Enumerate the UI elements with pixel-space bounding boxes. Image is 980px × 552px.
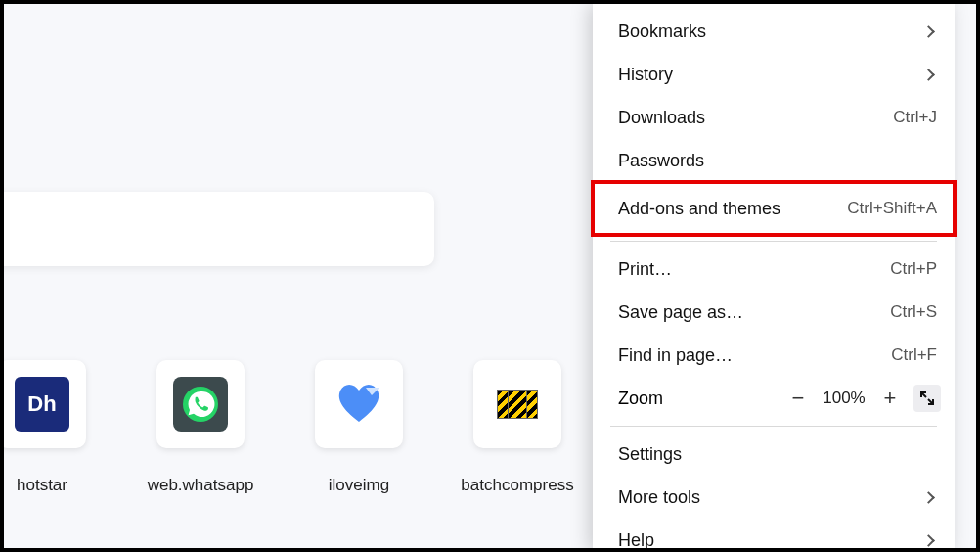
topsite-card [156,360,245,448]
topsite-card [473,360,561,448]
menu-label: Add-ons and themes [618,199,780,219]
menu-history[interactable]: History [593,53,955,96]
menu-label: Print… [618,259,672,280]
topsite-label: batchcompress [461,476,573,495]
menu-label: Save page as… [618,302,743,323]
menu-addons-and-themes[interactable]: Add-ons and themes Ctrl+Shift+A [593,182,955,235]
shortcut-label: Ctrl+Shift+A [847,199,937,218]
menu-print[interactable]: Print… Ctrl+P [593,248,955,291]
shortcut-label: Ctrl+S [890,302,937,322]
topsites-row: Dh hotstar web.whatsapp [4,360,561,495]
fullscreen-button[interactable] [913,385,941,412]
newtab-content: efox Dh hotstar [4,4,976,548]
menu-label: Bookmarks [618,22,706,42]
topsite-label: web.whatsapp [148,476,254,495]
menu-settings[interactable]: Settings [593,433,955,476]
menu-save-page-as[interactable]: Save page as… Ctrl+S [593,291,955,334]
topsite-label: iloveimg [329,476,389,495]
compress-icon [498,390,537,419]
menu-separator [610,426,937,427]
menu-label: More tools [618,487,700,508]
chevron-right-icon [922,69,935,81]
topsite-whatsapp[interactable]: web.whatsapp [156,360,245,495]
menu-label: Zoom [618,389,663,409]
menu-label: History [618,65,673,85]
chevron-right-icon [922,534,935,547]
menu-find-in-page[interactable]: Find in page… Ctrl+F [593,334,955,377]
fullscreen-icon [919,391,935,406]
zoom-out-button[interactable]: − [784,385,812,412]
menu-label: Settings [618,444,682,465]
screenshot-frame: efox Dh hotstar [0,0,980,552]
topsite-hotstar[interactable]: Dh hotstar [4,360,86,495]
menu-label: Find in page… [618,345,733,366]
shortcut-label: Ctrl+J [893,108,937,127]
search-input[interactable] [4,192,434,266]
shortcut-label: Ctrl+P [890,259,937,279]
menu-label: Help [618,530,654,549]
zoom-controls: − 100% + [784,385,941,412]
disney-hotstar-icon: Dh [15,377,69,432]
shortcut-label: Ctrl+F [891,345,937,365]
zoom-in-button[interactable]: + [876,385,904,412]
menu-separator [610,241,937,242]
menu-downloads[interactable]: Downloads Ctrl+J [593,96,955,139]
menu-zoom-row: Zoom − 100% + [593,377,955,420]
app-menu: Bookmarks History Downloads Ctrl+J Passw… [593,4,955,548]
menu-label: Passwords [618,151,704,171]
chevron-right-icon [922,491,935,504]
menu-bookmarks[interactable]: Bookmarks [593,10,955,53]
whatsapp-icon [173,377,228,432]
menu-passwords[interactable]: Passwords [593,139,955,182]
topsite-iloveimg[interactable]: iloveimg [315,360,403,495]
topsite-batchcompress[interactable]: batchcompress [473,360,561,495]
heart-icon [336,382,381,428]
chevron-right-icon [922,25,935,38]
topsite-label: hotstar [17,476,67,495]
topsite-card [315,360,403,448]
topsite-card: Dh [4,360,86,448]
menu-more-tools[interactable]: More tools [593,476,955,519]
menu-help[interactable]: Help [593,519,955,548]
menu-label: Downloads [618,108,705,128]
zoom-percent: 100% [822,389,867,408]
